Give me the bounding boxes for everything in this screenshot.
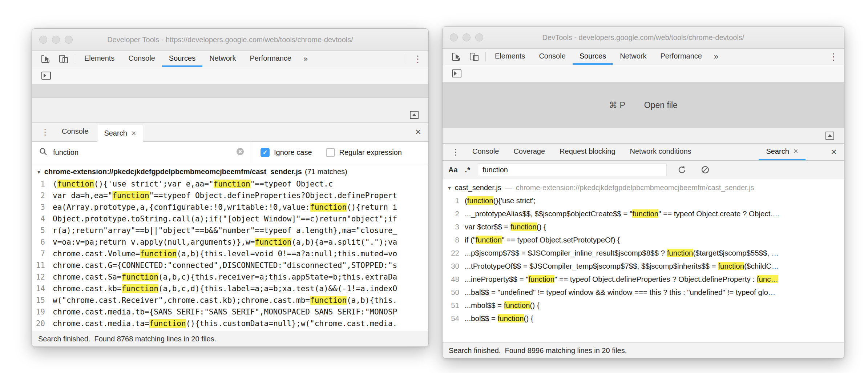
result-line[interactable]: 1(function(){'use strict';: [443, 194, 844, 207]
inspect-element-icon[interactable]: [448, 49, 465, 65]
result-line[interactable]: 14chrome.cast.kb=function(a,b,c,d){this.…: [32, 283, 428, 294]
result-file-header[interactable]: ▼ cast_sender.js — chrome-extension://pk…: [443, 179, 844, 194]
refresh-search-icon[interactable]: [674, 165, 690, 175]
result-file-header[interactable]: ▼ chrome-extension://pkedcjkdefgpdelpbcm…: [32, 163, 428, 178]
match-highlight: function: [632, 209, 658, 218]
result-line[interactable]: 11chrome.cast.G={CONNECTED:"connected",D…: [32, 260, 428, 271]
result-line[interactable]: 4Object.prototype.toString.call(a);if("[…: [32, 213, 428, 225]
result-line[interactable]: 54...bol$$ = function() {: [443, 312, 844, 325]
result-line[interactable]: 8if ("function" == typeof Object.setProt…: [443, 233, 844, 246]
code-text: () {: [524, 314, 533, 322]
more-tabs-icon[interactable]: »: [298, 51, 313, 67]
tab-performance[interactable]: Performance: [243, 51, 299, 67]
search-input[interactable]: function: [32, 142, 250, 163]
code-text: var $ctor$$ =: [465, 222, 510, 231]
show-navigator-icon[interactable]: [448, 69, 465, 78]
result-line[interactable]: 5r(a);return"array"==b||"object"==b&&"nu…: [32, 225, 428, 236]
drawer-tab-search[interactable]: Search ×: [97, 125, 143, 142]
code-text: ...bol$$ =: [465, 314, 498, 322]
toggle-device-toolbar-icon[interactable]: [465, 49, 483, 65]
minimize-window-button[interactable]: [463, 33, 471, 41]
drawer-tab-network-conditions[interactable]: Network conditions: [623, 144, 699, 160]
result-line[interactable]: 2..._prototypeAlias$$, $$jscomp$objectCr…: [443, 207, 844, 220]
expand-panel-icon[interactable]: [821, 131, 838, 140]
code-text: ...ineProperty$$ = ": [465, 275, 528, 283]
code-text: chrome.cast.Sa=: [53, 273, 122, 281]
tab-elements[interactable]: Elements: [77, 51, 121, 67]
open-file-hint: ⌘ P Open file: [443, 82, 844, 128]
code-text: (){this.customData=null};w("chrome.cast.…: [186, 319, 397, 328]
result-line[interactable]: 22...p$jscomp$7$$ = $JSCompiler_inline_r…: [443, 246, 844, 260]
zoom-window-button[interactable]: [475, 33, 483, 41]
match-highlight: function: [310, 203, 347, 212]
minimize-window-button[interactable]: [52, 36, 60, 44]
tab-console[interactable]: Console: [532, 49, 572, 65]
tab-sources[interactable]: Sources: [162, 51, 202, 67]
code-text: (a,b){this.: [347, 296, 397, 305]
line-content: w("chrome.cast.Receiver",chrome.cast.kb)…: [48, 294, 397, 306]
tab-performance[interactable]: Performance: [654, 49, 709, 65]
result-line[interactable]: 1(function(){'use strict';var e,aa="func…: [32, 178, 428, 190]
line-number: 3: [32, 201, 48, 213]
drawer-tab-console[interactable]: Console: [54, 123, 96, 141]
match-case-toggle[interactable]: Aa: [448, 166, 458, 174]
inspect-element-icon[interactable]: [37, 51, 54, 67]
code-text: ...bal$$ = "undefined" != typeof window …: [465, 288, 768, 296]
close-search-tab-icon[interactable]: ×: [132, 129, 136, 137]
customize-menu-icon[interactable]: ⋮: [823, 49, 844, 65]
result-line[interactable]: 6v=oa:v=pa;return v.apply(null,arguments…: [32, 236, 428, 248]
toolbar-separator: [75, 54, 75, 64]
close-window-button[interactable]: [39, 36, 47, 44]
regex-toggle[interactable]: .*: [465, 166, 471, 174]
line-number: 14: [32, 283, 48, 294]
drawer-tab-search[interactable]: Search ×: [759, 144, 805, 160]
code-text: (a,b){a=a.split(".");va: [291, 238, 397, 246]
code-text: chrome.cast.Volume=: [53, 249, 140, 258]
tab-network[interactable]: Network: [202, 51, 243, 67]
drawer-tab-console[interactable]: Console: [465, 144, 506, 160]
close-search-tab-icon[interactable]: ×: [794, 147, 798, 155]
toggle-device-toolbar-icon[interactable]: [54, 51, 73, 67]
disclosure-triangle-icon[interactable]: ▼: [447, 185, 452, 191]
clear-search-icon[interactable]: [697, 165, 713, 175]
result-line[interactable]: 3ea(Array.prototype,a,{configurable:!0,w…: [32, 201, 428, 213]
drawer-tab-coverage[interactable]: Coverage: [506, 144, 552, 160]
line-number: 4: [32, 213, 48, 225]
result-line[interactable]: 2var da=h,ea="function"==typeof Object.d…: [32, 190, 428, 201]
zoom-window-button[interactable]: [65, 36, 73, 44]
result-line[interactable]: 20chrome.cast.media.ta=function(){this.c…: [32, 318, 428, 329]
disclosure-triangle-icon[interactable]: ▼: [36, 169, 41, 175]
search-input[interactable]: function: [478, 163, 667, 176]
close-drawer-icon[interactable]: ×: [824, 144, 844, 160]
more-tabs-icon[interactable]: »: [709, 49, 723, 65]
match-highlight: function: [57, 180, 94, 188]
drawer-tab-request-blocking[interactable]: Request blocking: [552, 144, 622, 160]
drawer-menu-icon[interactable]: ⋮: [36, 123, 54, 141]
clear-search-icon[interactable]: [235, 147, 245, 158]
line-content: ...p$jscomp$7$$ = $JSCompiler_inline_res…: [465, 246, 779, 260]
result-line[interactable]: 30...tPrototypeOf$$ = $JSCompiler_temp$j…: [443, 260, 844, 273]
tab-sources[interactable]: Sources: [573, 49, 613, 65]
editor-tabstrip-empty: [32, 84, 428, 98]
tab-network[interactable]: Network: [613, 49, 653, 65]
drawer-menu-icon[interactable]: ⋮: [446, 144, 465, 160]
customize-menu-icon[interactable]: ⋮: [407, 51, 428, 67]
result-line[interactable]: 15w("chrome.cast.Receiver",chrome.cast.k…: [32, 294, 428, 306]
show-navigator-icon[interactable]: [37, 71, 55, 80]
line-number: 1: [443, 194, 465, 207]
result-line[interactable]: 12chrome.cast.Sa=function(a,b,c){this.re…: [32, 271, 428, 283]
regular-expression-checkbox[interactable]: Regular expression: [326, 148, 402, 157]
line-content: var $ctor$$ = function() {: [465, 220, 546, 233]
result-line[interactable]: 51...mbol$$ = function() {: [443, 299, 844, 312]
result-line[interactable]: 50...bal$$ = "undefined" != typeof windo…: [443, 286, 844, 299]
close-drawer-icon[interactable]: ×: [408, 123, 428, 141]
result-line[interactable]: 19chrome.cast.media.tb={SANS_SERIF:"SANS…: [32, 306, 428, 318]
tab-console[interactable]: Console: [121, 51, 162, 67]
ignore-case-checkbox[interactable]: ✓ Ignore case: [261, 148, 312, 157]
result-line[interactable]: 48...ineProperty$$ = "function" == typeo…: [443, 273, 844, 286]
close-window-button[interactable]: [450, 33, 458, 41]
result-line[interactable]: 7chrome.cast.Volume=function(a,b){this.l…: [32, 248, 428, 260]
tab-elements[interactable]: Elements: [488, 49, 532, 65]
expand-panel-icon[interactable]: [406, 110, 423, 120]
result-line[interactable]: 3var $ctor$$ = function() {: [443, 220, 844, 233]
